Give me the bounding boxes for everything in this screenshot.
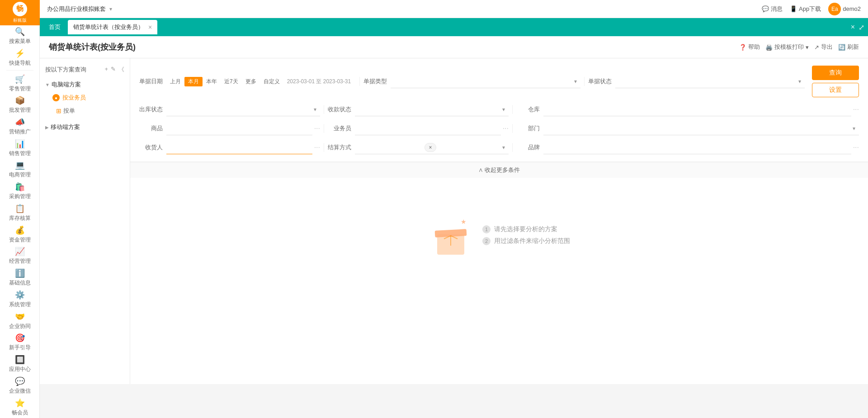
collapse-row[interactable]: ∧ 收起更多条件 [130,162,868,178]
app-download-button[interactable]: 📱 App下载 [790,5,821,13]
settlement-select[interactable]: × ▾ [355,141,509,154]
help-icon: ❓ [739,44,746,51]
sidebar-item-label: 系统管理 [9,301,31,309]
department-label: 部门 [516,124,543,133]
this-month-tag[interactable]: 本月 [184,77,203,86]
page-header: 销货单统计表(按业务员) ❓ 帮助 🖨️ 按模板打印 ▾ ↗ 导出 🔄 刷新 [40,36,868,58]
user-name: demo2 [843,5,861,12]
settlement-field: 结算方式 × ▾ [328,141,509,154]
sidebar-item-search[interactable]: 🔍 搜索菜单 [0,25,40,47]
active-tab-label: 销货单统计表（按业务员） [73,23,144,31]
tab-active[interactable]: 销货单统计表（按业务员） × [68,20,157,34]
sidebar: 畅 标账版 🔍 搜索菜单 ⚡ 快捷导航 🛒 零售管理 📦 批发管理 📣 营销推广… [0,0,40,418]
last7-tag[interactable]: 近7天 [221,77,242,86]
receipt-status-select[interactable]: ▾ [355,103,509,116]
settlement-clear-x: × [429,144,432,151]
edit-plan-icon[interactable]: ✎ [111,66,116,74]
collapse-panel-icon[interactable]: 《 [118,66,124,74]
sidebar-item-basic[interactable]: ℹ️ 基础信息 [0,267,40,289]
main-content: 销货单统计表(按业务员) ❓ 帮助 🖨️ 按模板打印 ▾ ↗ 导出 🔄 刷新 [40,36,868,418]
body-layout: 按以下方案查询 + ✎ 《 ▼ 电脑端方案 ● 按业务员 [40,58,868,384]
sidebar-item-operations[interactable]: 📈 经营管理 [0,245,40,267]
sidebar-item-sales[interactable]: 📊 销售管理 [0,137,40,159]
tab-bar-right: × ⤢ [851,23,864,32]
receipt-status-label: 收款状态 [328,105,355,114]
doc-status-select[interactable]: ▾ [615,75,805,88]
system-icon: ⚙️ [15,290,25,300]
maximize-window-button[interactable]: ⤢ [859,23,864,32]
sidebar-item-system[interactable]: ⚙️ 系统管理 [0,289,40,310]
brand-dots[interactable]: ··· [853,143,859,152]
salesperson-input[interactable] [355,122,501,135]
sidebar-item-inventory[interactable]: 📋 库存核算 [0,202,40,224]
sidebar-item-label: 畅会员 [12,409,28,417]
sidebar-item-marketing[interactable]: 📣 营销推广 [0,116,40,138]
plan-item-salesperson[interactable]: ● 按业务员 [40,91,130,104]
tab-bar: 首页 销货单统计表（按业务员） × × ⤢ [40,18,868,36]
print-dropdown-icon[interactable]: ▾ [806,44,809,51]
last-month-tag[interactable]: 上月 [166,77,184,86]
mobile-group-title[interactable]: ▶ 移动端方案 [40,121,130,133]
close-window-button[interactable]: × [851,23,855,31]
sidebar-item-retail[interactable]: 🛒 零售管理 [0,72,40,94]
app-logo[interactable]: 畅 标账版 [0,0,40,25]
wholesale-icon: 📦 [15,95,25,105]
member-icon: ⭐ [15,398,25,408]
plan-sub-item[interactable]: ⊞ 按单 [40,104,130,117]
ecommerce-icon: 💻 [15,160,25,170]
sidebar-item-ecommerce[interactable]: 💻 电商管理 [0,159,40,180]
download-icon: 📱 [790,5,797,12]
user-profile[interactable]: Ea demo2 [828,3,861,15]
stock-status-select[interactable]: ▾ [166,103,320,116]
sidebar-item-label: 企业微信 [9,387,31,395]
sidebar-item-label: 资金管理 [9,236,31,244]
help-button[interactable]: ❓ 帮助 [739,43,760,51]
page-actions: ❓ 帮助 🖨️ 按模板打印 ▾ ↗ 导出 🔄 刷新 [739,43,859,51]
basic-icon: ℹ️ [15,268,25,278]
refresh-button[interactable]: 🔄 刷新 [838,43,859,51]
this-year-tag[interactable]: 本年 [203,77,221,86]
filter-section: 单据日期 上月 本月 本年 近7天 更多 自定义 2023-03-01 至 20… [130,58,868,162]
sidebar-item-purchase[interactable]: 🛍️ 采购管理 [0,180,40,202]
brand-input[interactable] [543,141,851,154]
salesperson-dots[interactable]: ··· [503,124,509,133]
receiver-dots[interactable]: ··· [314,143,320,152]
sidebar-item-newuser[interactable]: 🎯 新手引导 [0,332,40,353]
sidebar-item-wechat[interactable]: 💬 企业微信 [0,375,40,396]
header-dropdown-icon[interactable]: ▾ [109,6,112,12]
pc-group-title[interactable]: ▼ 电脑端方案 [40,78,130,91]
settlement-clear-tag[interactable]: × [425,143,436,152]
page-title: 销货单统计表(按业务员) [49,42,136,52]
print-button[interactable]: 🖨️ 按模板打印 ▾ [765,43,809,51]
export-button[interactable]: ↗ 导出 [814,43,833,51]
wechat-icon: 💬 [15,376,25,386]
sidebar-item-enterprise[interactable]: 🤝 企业协同 [0,310,40,332]
add-plan-icon[interactable]: + [104,66,108,74]
department-select[interactable]: ▾ [543,122,859,135]
sidebar-item-apps[interactable]: 🔲 应用中心 [0,353,40,375]
warehouse-input[interactable] [543,103,851,116]
sidebar-item-member[interactable]: ⭐ 畅会员 [0,396,40,418]
tab-home[interactable]: 首页 [43,20,66,34]
sidebar-item-finance[interactable]: 💰 资金管理 [0,223,40,245]
msg-icon: 💬 [762,5,769,12]
doc-type-select[interactable]: ▾ [391,75,580,88]
tab-close-icon[interactable]: × [148,24,152,31]
sidebar-item-quick[interactable]: ⚡ 快捷导航 [0,47,40,68]
export-icon: ↗ [814,44,819,51]
settings-button[interactable]: 设置 [812,83,859,97]
warehouse-dots[interactable]: ··· [853,105,859,114]
more-tag[interactable]: 更多 [242,77,260,86]
sidebar-item-wholesale[interactable]: 📦 批发管理 [0,94,40,116]
product-input[interactable] [166,122,312,135]
query-button[interactable]: 查询 [812,66,859,80]
refresh-icon: 🔄 [838,44,845,51]
warehouse-label: 仓库 [516,105,543,114]
home-tab-label: 首页 [49,23,61,31]
product-dots[interactable]: ··· [314,124,320,133]
receiver-input[interactable] [166,141,312,154]
custom-tag[interactable]: 自定义 [260,77,283,86]
retail-icon: 🛒 [15,74,25,84]
operations-icon: 📈 [15,247,25,256]
msg-button[interactable]: 💬 消息 [762,5,783,13]
